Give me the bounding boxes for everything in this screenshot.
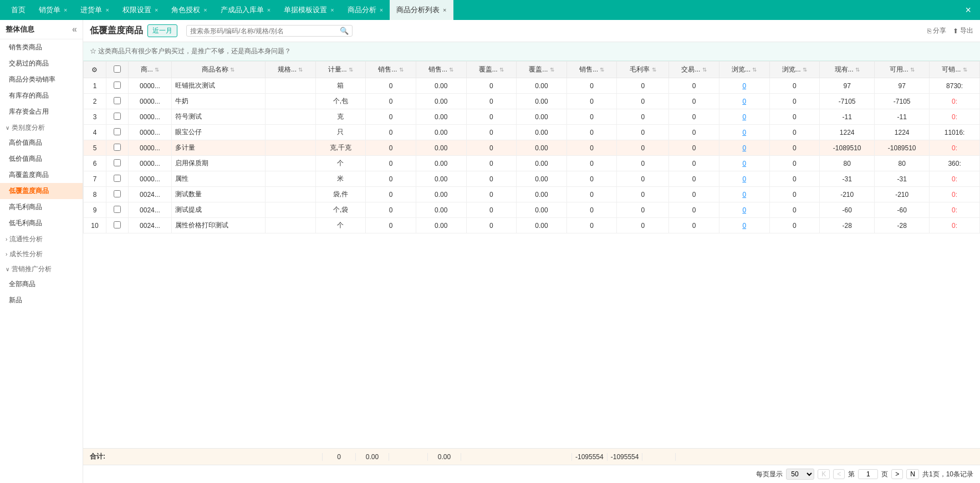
table-cell-1-row-6[interactable]: [106, 156, 128, 171]
table-cell-13-row-5[interactable]: 0: [719, 140, 769, 156]
table-cell-10-row-4: 0: [566, 125, 617, 140]
table-cell-0-row-8: 8: [84, 187, 106, 202]
nav-goods-analysis[interactable]: 商品分析 ×: [341, 0, 390, 20]
footer-cell-padding3: [461, 453, 572, 461]
next-page-button[interactable]: >: [891, 469, 903, 479]
table-cell-1-row-3[interactable]: [106, 109, 128, 125]
nav-template[interactable]: 单据模板设置 ×: [277, 0, 340, 20]
col-transaction[interactable]: 交易... ⇅: [669, 62, 719, 78]
sidebar-item-low-coverage[interactable]: 低覆盖度商品: [0, 183, 83, 199]
share-button[interactable]: ⎘ 分享: [927, 26, 946, 35]
sidebar-group-liquidity[interactable]: › 流通性分析: [0, 231, 83, 246]
per-page-select[interactable]: 20 50 100: [786, 469, 814, 480]
table-cell-1-row-10[interactable]: [106, 218, 128, 233]
col-browse1[interactable]: 浏览... ⇅: [719, 62, 769, 78]
sidebar-item-category-turnover[interactable]: 商品分类动销率: [0, 72, 83, 88]
table-cell-13-row-1[interactable]: 0: [719, 78, 769, 94]
sidebar-group-marketing[interactable]: ∨ 营销推广分析: [0, 261, 83, 276]
nav-goods-analysis-list[interactable]: 商品分析列表 ×: [390, 0, 453, 20]
table-cell-13-row-9[interactable]: 0: [719, 202, 769, 218]
footer-total-sales-count: 0: [323, 453, 356, 461]
nav-goods-analysis-close[interactable]: ×: [380, 0, 383, 20]
table-cell-1-row-5[interactable]: [106, 140, 128, 156]
search-icon: 🔍: [340, 27, 349, 35]
sidebar-item-high-coverage[interactable]: 高覆盖度商品: [0, 167, 83, 183]
last-page-button[interactable]: N: [906, 469, 919, 479]
table-cell-2-row-1: 0000...: [129, 78, 171, 94]
col-current[interactable]: 现有... ⇅: [820, 62, 875, 78]
table-cell-1-row-2[interactable]: [106, 94, 128, 109]
export-button[interactable]: ⬆ 导出: [953, 26, 973, 35]
sidebar-item-stocked[interactable]: 有库存的商品: [0, 88, 83, 104]
table-cell-2-row-2: 0000...: [129, 94, 171, 109]
table-cell-13-row-10[interactable]: 0: [719, 218, 769, 233]
sidebar-collapse-button[interactable]: «: [72, 24, 77, 34]
col-sellable[interactable]: 可销... ⇅: [930, 62, 980, 78]
table-cell-0-row-2: 2: [84, 94, 106, 109]
window-close-button[interactable]: ×: [961, 4, 976, 16]
table-cell-13-row-7[interactable]: 0: [719, 171, 769, 187]
table-cell-1-row-7[interactable]: [106, 171, 128, 187]
sidebar-item-new-goods[interactable]: 新品: [0, 292, 83, 308]
prev-page-button[interactable]: <: [833, 469, 845, 479]
nav-role-auth[interactable]: 角色授权 ×: [165, 0, 213, 20]
nav-purchase-close[interactable]: ×: [105, 0, 109, 20]
col-coverage2[interactable]: 覆盖... ⇅: [517, 62, 567, 78]
table-cell-13-row-8[interactable]: 0: [719, 187, 769, 202]
sidebar-item-traded-goods[interactable]: 交易过的商品: [0, 55, 83, 72]
table-cell-1-row-4[interactable]: [106, 125, 128, 140]
col-available[interactable]: 可用... ⇅: [875, 62, 930, 78]
table-cell-14-row-10: 0: [769, 218, 820, 233]
col-settings[interactable]: ⚙: [84, 62, 106, 78]
sidebar-group-category[interactable]: ∨ 类别度分析: [0, 120, 83, 135]
date-filter-button[interactable]: 近一月: [147, 24, 177, 37]
footer-cell-padding2: [389, 453, 428, 461]
page-number-input[interactable]: [858, 469, 878, 479]
sidebar-item-high-value[interactable]: 高价值商品: [0, 135, 83, 151]
col-name[interactable]: 商品名称 ⇅: [171, 62, 265, 78]
table-cell-1-row-9[interactable]: [106, 202, 128, 218]
col-sales-days[interactable]: 销售... ⇅: [566, 62, 617, 78]
table-cell-1-row-8[interactable]: [106, 187, 128, 202]
sidebar-group-growth[interactable]: › 成长性分析: [0, 246, 83, 261]
table-cell-13-row-2[interactable]: 0: [719, 94, 769, 109]
nav-sales-close[interactable]: ×: [64, 0, 67, 20]
col-code[interactable]: 商... ⇅: [129, 62, 171, 78]
nav-role-auth-close[interactable]: ×: [203, 0, 207, 20]
nav-permissions-close[interactable]: ×: [155, 0, 158, 20]
nav-permissions[interactable]: 权限设置 ×: [116, 0, 165, 20]
table-cell-13-row-4[interactable]: 0: [719, 125, 769, 140]
col-gross-margin[interactable]: 毛利率 ⇅: [617, 62, 669, 78]
nav-goods-analysis-list-close[interactable]: ×: [443, 0, 446, 20]
settings-icon: ⚙: [91, 66, 98, 74]
nav-product-inbound-close[interactable]: ×: [267, 0, 270, 20]
col-spec[interactable]: 规格... ⇅: [265, 62, 315, 78]
nav-purchase[interactable]: 进货单 ×: [74, 0, 115, 20]
col-checkbox[interactable]: [106, 62, 128, 78]
select-all-checkbox[interactable]: [114, 65, 121, 73]
col-sales-count[interactable]: 销售... ⇅: [366, 62, 416, 78]
first-page-button[interactable]: K: [818, 469, 830, 479]
table-cell-8-row-6: 0: [466, 156, 517, 171]
sidebar-item-low-value[interactable]: 低价值商品: [0, 151, 83, 167]
table-cell-1-row-1[interactable]: [106, 78, 128, 94]
col-sales-amount[interactable]: 销售... ⇅: [416, 62, 466, 78]
col-coverage1[interactable]: 覆盖... ⇅: [466, 62, 517, 78]
table-cell-13-row-3[interactable]: 0: [719, 109, 769, 125]
table-cell-16-row-9: -60: [875, 202, 930, 218]
col-unit[interactable]: 计量... ⇅: [315, 62, 366, 78]
nav-home[interactable]: 首页: [4, 0, 32, 20]
sidebar-item-all-goods[interactable]: 全部商品: [0, 276, 83, 292]
table-cell-9-row-3: 0.00: [517, 109, 567, 125]
nav-template-close[interactable]: ×: [330, 0, 334, 20]
search-input[interactable]: [190, 27, 340, 35]
sidebar-item-low-profit[interactable]: 低毛利商品: [0, 215, 83, 231]
nav-product-inbound[interactable]: 产成品入库单 ×: [214, 0, 277, 20]
chevron-down-icon-2: ∨: [6, 266, 9, 272]
sidebar-item-inventory-cost[interactable]: 库存资金占用: [0, 104, 83, 120]
nav-sales[interactable]: 销货单 ×: [32, 0, 74, 20]
sidebar-item-sales-goods[interactable]: 销售类商品: [0, 39, 83, 55]
col-browse2[interactable]: 浏览... ⇅: [769, 62, 820, 78]
table-cell-13-row-6[interactable]: 0: [719, 156, 769, 171]
sidebar-item-high-profit[interactable]: 高毛利商品: [0, 199, 83, 215]
